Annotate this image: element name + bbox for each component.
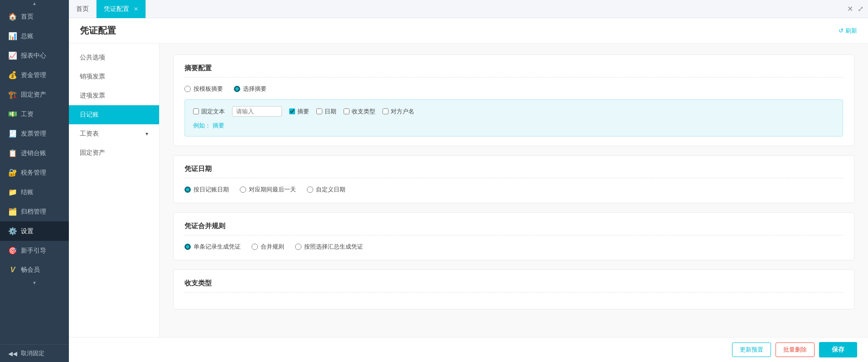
template-summary-radio[interactable] bbox=[184, 86, 191, 92]
nav-purchase-invoice[interactable]: 进项发票 bbox=[69, 86, 159, 105]
sidebar-item-purchase-sales[interactable]: 📋 进销台账 bbox=[0, 143, 69, 163]
income-type-check-option[interactable]: 收支类型 bbox=[344, 108, 375, 116]
summary-config-section: 摘要配置 按模板摘要 选择摘要 bbox=[173, 54, 854, 146]
tab-close-icon[interactable]: ✕ bbox=[134, 6, 138, 12]
batch-delete-button[interactable]: 批量删除 bbox=[776, 342, 815, 357]
summary-check-label: 摘要 bbox=[297, 108, 309, 116]
nav-public-options-label: 公共选项 bbox=[80, 54, 105, 62]
by-period-last-day-option[interactable]: 对应期间最后一天 bbox=[240, 186, 296, 194]
nav-payroll-table[interactable]: 工资表 ▾ bbox=[69, 124, 159, 143]
left-nav: 公共选项 销项发票 进项发票 日记账 工资表 ▾ 固定资产 bbox=[69, 44, 160, 337]
summary-check-option[interactable]: 摘要 bbox=[289, 108, 309, 116]
by-selection-option[interactable]: 按照选择汇总生成凭证 bbox=[295, 243, 363, 251]
nav-journal[interactable]: 日记账 bbox=[69, 105, 159, 124]
voucher-date-radio-group: 按日记账日期 对应期间最后一天 自定义日期 bbox=[184, 186, 843, 194]
nav-sales-invoice-label: 销项发票 bbox=[80, 73, 105, 81]
save-button[interactable]: 保存 bbox=[819, 342, 857, 357]
date-check-option[interactable]: 日期 bbox=[316, 108, 336, 116]
tab-voucher-config[interactable]: 凭证配置 ✕ bbox=[97, 0, 146, 18]
single-record-label: 单条记录生成凭证 bbox=[194, 243, 241, 251]
sidebar-item-ledger[interactable]: 📊 总账 bbox=[0, 26, 69, 46]
date-checkbox[interactable] bbox=[316, 108, 322, 114]
template-summary-label: 按模板摘要 bbox=[194, 85, 223, 93]
sidebar-item-invoice-mgmt[interactable]: 🧾 发票管理 bbox=[0, 124, 69, 143]
sidebar-cancel-pin[interactable]: ◀◀ 取消固定 bbox=[0, 344, 69, 362]
merge-rules-radio[interactable] bbox=[252, 244, 258, 250]
sidebar-item-label: 结账 bbox=[21, 188, 34, 196]
window-resize-icon[interactable]: ⤢ bbox=[858, 5, 863, 13]
sidebar-item-member[interactable]: V 畅会员 bbox=[0, 260, 69, 279]
refresh-button[interactable]: ↺ 刷新 bbox=[839, 27, 857, 35]
merge-rules-option[interactable]: 合并规则 bbox=[252, 243, 284, 251]
sidebar-item-tax[interactable]: 🔐 税务管理 bbox=[0, 163, 69, 182]
report-icon: 📈 bbox=[8, 51, 17, 60]
fixed-assets-icon: 🏗️ bbox=[8, 90, 17, 99]
sidebar-item-settings[interactable]: ⚙️ 设置 bbox=[0, 221, 69, 241]
fixed-text-option[interactable]: 固定文本 bbox=[193, 108, 225, 116]
by-selection-radio[interactable] bbox=[295, 244, 301, 250]
sidebar-item-label: 新手引导 bbox=[21, 247, 46, 255]
merge-rules-section: 凭证合并规则 单条记录生成凭证 合并规则 按照选择汇总生成凭证 bbox=[173, 212, 854, 260]
fixed-text-input[interactable] bbox=[232, 106, 282, 117]
window-close-icon[interactable]: ✕ bbox=[847, 5, 853, 13]
sidebar-item-report[interactable]: 📈 报表中心 bbox=[0, 46, 69, 65]
sidebar-item-payroll[interactable]: 💵 工资 bbox=[0, 104, 69, 124]
fixed-text-label: 固定文本 bbox=[201, 108, 225, 116]
sidebar-scroll-down[interactable]: ▼ bbox=[0, 279, 69, 286]
single-record-radio[interactable] bbox=[184, 244, 191, 250]
sidebar-item-funds[interactable]: 💰 资金管理 bbox=[0, 65, 69, 85]
refresh-icon: ↺ bbox=[839, 27, 844, 34]
tab-bar: 首页 凭证配置 ✕ ✕ ⤢ bbox=[69, 0, 868, 18]
archive-icon: 🗂️ bbox=[8, 207, 17, 216]
select-summary-option[interactable]: 选择摘要 bbox=[234, 85, 267, 93]
voucher-date-title: 凭证日期 bbox=[184, 165, 843, 178]
tax-icon: 🔐 bbox=[8, 168, 17, 177]
by-journal-date-option[interactable]: 按日记账日期 bbox=[184, 186, 229, 194]
nav-purchase-invoice-label: 进项发票 bbox=[80, 92, 105, 100]
summary-section-title: 摘要配置 bbox=[184, 64, 843, 78]
counterpart-checkbox[interactable] bbox=[383, 108, 388, 114]
sidebar-item-label: 归档管理 bbox=[21, 208, 46, 216]
tab-home[interactable]: 首页 bbox=[69, 0, 97, 18]
template-summary-option[interactable]: 按模板摘要 bbox=[184, 85, 223, 93]
voucher-date-section: 凭证日期 按日记账日期 对应期间最后一天 自定义日期 bbox=[173, 155, 854, 203]
sidebar-item-fixed-assets[interactable]: 🏗️ 固定资产 bbox=[0, 85, 69, 104]
counterpart-check-option[interactable]: 对方户名 bbox=[383, 108, 414, 116]
settings-icon: ⚙️ bbox=[8, 227, 17, 235]
sidebar-item-label: 税务管理 bbox=[21, 169, 46, 177]
sidebar-scroll-up[interactable]: ▲ bbox=[0, 0, 69, 7]
by-period-last-day-label: 对应期间最后一天 bbox=[249, 186, 296, 194]
sidebar-item-archive[interactable]: 🗂️ 归档管理 bbox=[0, 202, 69, 221]
by-journal-date-radio[interactable] bbox=[184, 186, 191, 193]
nav-public-options[interactable]: 公共选项 bbox=[69, 48, 159, 67]
tab-home-label: 首页 bbox=[76, 5, 89, 13]
pin-icon: ◀◀ bbox=[8, 350, 17, 357]
sidebar: ▲ 🏠 首页 📊 总账 📈 报表中心 💰 资金管理 🏗️ 固定资产 💵 工资 🧾… bbox=[0, 0, 69, 362]
summary-checkbox-row: 固定文本 摘要 日期 bbox=[193, 106, 834, 117]
sidebar-item-label: 固定资产 bbox=[21, 91, 46, 99]
income-type-checkbox[interactable] bbox=[344, 108, 349, 114]
summary-config-box: 固定文本 摘要 日期 bbox=[184, 99, 843, 137]
nav-fixed-assets[interactable]: 固定资产 bbox=[69, 143, 159, 162]
ledger-icon: 📊 bbox=[8, 32, 17, 40]
nav-fixed-assets-label: 固定资产 bbox=[80, 149, 105, 157]
select-summary-radio[interactable] bbox=[234, 86, 240, 92]
sidebar-item-guide[interactable]: 🎯 新手引导 bbox=[0, 241, 69, 260]
custom-date-option[interactable]: 自定义日期 bbox=[307, 186, 345, 194]
nav-sales-invoice[interactable]: 销项发票 bbox=[69, 67, 159, 86]
merge-rules-label: 合并规则 bbox=[261, 243, 284, 251]
sidebar-item-label: 设置 bbox=[21, 227, 34, 235]
page-title: 凭证配置 bbox=[80, 24, 116, 37]
summary-checkbox[interactable] bbox=[289, 108, 295, 114]
fixed-text-checkbox[interactable] bbox=[193, 108, 199, 114]
single-record-option[interactable]: 单条记录生成凭证 bbox=[184, 243, 241, 251]
income-type-section: 收支类型 bbox=[173, 269, 854, 309]
by-selection-label: 按照选择汇总生成凭证 bbox=[304, 243, 363, 251]
update-preview-button[interactable]: 更新预置 bbox=[732, 342, 771, 357]
sidebar-item-label: 总账 bbox=[21, 32, 34, 40]
sidebar-item-home[interactable]: 🏠 首页 bbox=[0, 7, 69, 26]
custom-date-radio[interactable] bbox=[307, 186, 313, 193]
sidebar-item-settlement[interactable]: 📁 结账 bbox=[0, 182, 69, 202]
by-period-last-day-radio[interactable] bbox=[240, 186, 246, 193]
by-journal-date-label: 按日记账日期 bbox=[194, 186, 229, 194]
